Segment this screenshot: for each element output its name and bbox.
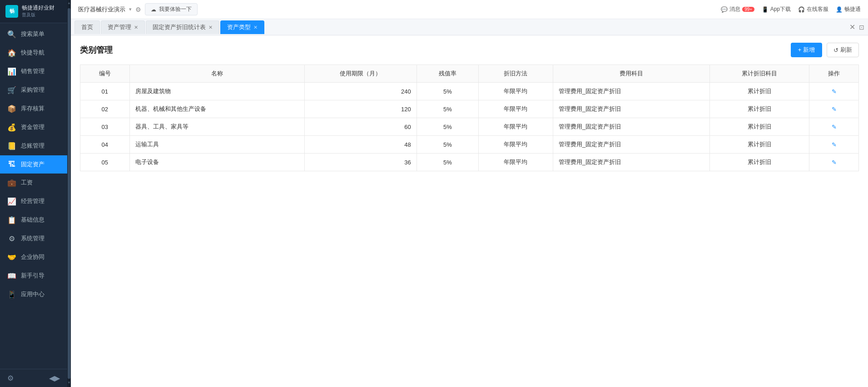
cell-action-4[interactable]: ✎ xyxy=(809,154,859,171)
notifications-icon: 💬 xyxy=(721,6,728,13)
edit-icon-2[interactable]: ✎ xyxy=(832,124,837,130)
company-name: 医疗器械行业演示 xyxy=(78,5,125,14)
edit-icon-4[interactable]: ✎ xyxy=(832,159,837,166)
cell-expense-2: 管理费用_固定资产折旧 xyxy=(553,118,709,136)
cell-period-4: 36 xyxy=(304,154,417,171)
nav-label-capital: 资金管理 xyxy=(21,123,45,131)
tab-label-asset-mgmt: 资产管理 xyxy=(108,23,131,31)
trial-cloud-icon: ☁ xyxy=(151,6,156,13)
nav-label-purchase: 采购管理 xyxy=(21,86,45,94)
nav-label-basic-info: 基础信息 xyxy=(21,216,45,224)
cell-code-2: 03 xyxy=(80,118,130,136)
tab-home[interactable]: 首页 xyxy=(74,20,100,34)
scroll-down-icon[interactable]: ▼ xyxy=(67,381,71,386)
tabbar-expand-button[interactable]: ⊡ xyxy=(859,24,864,31)
notifications-item[interactable]: 💬 消息 99+ xyxy=(721,5,754,13)
asset-type-table: 编号名称使用期限（月）残值率折旧方法费用科目累计折旧科目操作 01房屋及建筑物2… xyxy=(80,64,859,171)
edit-icon-1[interactable]: ✎ xyxy=(832,106,837,113)
sidebar-item-guide[interactable]: 📖 新手引导 xyxy=(0,267,67,285)
app-title: 畅捷通好业财 xyxy=(22,5,55,12)
tab-close-depreciation-table[interactable]: ✕ xyxy=(208,25,213,30)
nav-icon-guide: 📖 xyxy=(7,272,16,280)
trial-button[interactable]: ☁ 我要体验一下 xyxy=(145,3,198,15)
edit-icon-0[interactable]: ✎ xyxy=(832,88,837,95)
nav-icon-basic-info: 📋 xyxy=(7,216,16,224)
edit-icon-3[interactable]: ✎ xyxy=(832,141,837,148)
app-download-item[interactable]: 📱 App下载 xyxy=(762,5,791,13)
sidebar-item-app-center[interactable]: 📱 应用中心 xyxy=(0,285,67,304)
scroll-up-icon[interactable]: ▲ xyxy=(67,1,71,6)
cell-action-3[interactable]: ✎ xyxy=(809,136,859,154)
col-header-0: 编号 xyxy=(80,65,130,83)
cell-name-4: 电子设备 xyxy=(129,154,304,171)
cell-code-1: 02 xyxy=(80,100,130,118)
nav-icon-purchase: 🛒 xyxy=(7,86,16,94)
collapse-icon[interactable]: ◀▶ xyxy=(49,374,60,382)
nav-label-fixed-assets: 固定资产 xyxy=(21,160,45,169)
nav-label-sales: 销售管理 xyxy=(21,67,45,75)
sidebar-item-business[interactable]: 📈 经营管理 xyxy=(0,192,67,211)
sidebar-item-search[interactable]: 🔍 搜索菜单 xyxy=(0,25,67,44)
table-body: 01房屋及建筑物2405%年限平均管理费用_固定资产折旧累计折旧✎02机器、机械… xyxy=(80,83,859,171)
refresh-button[interactable]: ↺ 刷新 xyxy=(827,43,859,57)
cell-salvage-1: 5% xyxy=(417,100,478,118)
topbar-left: 医疗器械行业演示 ▾ ⚙ ☁ 我要体验一下 xyxy=(78,3,721,15)
cell-period-0: 240 xyxy=(304,83,417,100)
topbar-settings-icon[interactable]: ⚙ xyxy=(135,6,141,13)
nav-icon-quick-nav: 🏠 xyxy=(7,49,16,57)
cell-code-0: 01 xyxy=(80,83,130,100)
cell-expense-4: 管理费用_固定资产折旧 xyxy=(553,154,709,171)
table-row: 03器具、工具、家具等605%年限平均管理费用_固定资产折旧累计折旧✎ xyxy=(80,118,859,136)
new-button[interactable]: + 新增 xyxy=(791,43,822,57)
sidebar-item-sales[interactable]: 📊 销售管理 xyxy=(0,62,67,81)
cell-expense-1: 管理费用_固定资产折旧 xyxy=(553,100,709,118)
sidebar-item-fixed-assets[interactable]: 🏗 固定资产 xyxy=(0,155,67,174)
refresh-label: 刷新 xyxy=(840,46,852,54)
tab-depreciation-table[interactable]: 固定资产折旧统计表✕ xyxy=(146,20,219,34)
company-dropdown-icon[interactable]: ▾ xyxy=(129,6,132,12)
sidebar-item-inventory[interactable]: 📦 库存核算 xyxy=(0,99,67,118)
cell-expense-3: 管理费用_固定资产折旧 xyxy=(553,136,709,154)
nav-icon-inventory: 📦 xyxy=(7,104,16,113)
table-row: 01房屋及建筑物2405%年限平均管理费用_固定资产折旧累计折旧✎ xyxy=(80,83,859,100)
sidebar-item-salary[interactable]: 💼 工资 xyxy=(0,174,67,192)
online-service-item[interactable]: 🎧 在线客服 xyxy=(798,5,828,13)
settings-icon[interactable]: ⚙ xyxy=(7,374,14,382)
nav-icon-business: 📈 xyxy=(7,197,16,206)
sidebar-item-basic-info[interactable]: 📋 基础信息 xyxy=(0,211,67,229)
scroll-thumb[interactable] xyxy=(68,8,70,379)
sidebar-item-system[interactable]: ⚙ 系统管理 xyxy=(0,229,67,248)
cell-action-1[interactable]: ✎ xyxy=(809,100,859,118)
tab-asset-type[interactable]: 资产类型✕ xyxy=(220,20,264,34)
tab-close-asset-type[interactable]: ✕ xyxy=(253,25,258,30)
sidebar-item-enterprise[interactable]: 🤝 企业协同 xyxy=(0,248,67,267)
cell-accum-0: 累计折旧 xyxy=(710,83,809,100)
nav-icon-enterprise: 🤝 xyxy=(7,253,16,262)
page-content: 类别管理 + 新增 ↺ 刷新 编号名称使用期限（月）残值率折旧方法费用科目累计折… xyxy=(71,35,868,387)
sidebar-item-capital[interactable]: 💰 资金管理 xyxy=(0,118,67,137)
nav-label-enterprise: 企业协同 xyxy=(21,253,45,261)
nav-icon-fixed-assets: 🏗 xyxy=(7,160,16,169)
topbar: 医疗器械行业演示 ▾ ⚙ ☁ 我要体验一下 💬 消息 99+ 📱 App下载 🎧 xyxy=(71,0,868,19)
sidebar-item-purchase[interactable]: 🛒 采购管理 xyxy=(0,81,67,99)
tab-label-depreciation-table: 固定资产折旧统计表 xyxy=(153,23,206,31)
user-label: 畅捷通 xyxy=(844,5,861,13)
nav-icon-app-center: 📱 xyxy=(7,290,16,299)
cell-name-2: 器具、工具、家具等 xyxy=(129,118,304,136)
tab-close-asset-mgmt[interactable]: ✕ xyxy=(134,25,138,30)
cell-salvage-2: 5% xyxy=(417,118,478,136)
cell-action-2[interactable]: ✎ xyxy=(809,118,859,136)
topbar-right: 💬 消息 99+ 📱 App下载 🎧 在线客服 👤 畅捷通 xyxy=(721,5,861,13)
sidebar-item-ledger[interactable]: 📒 总账管理 xyxy=(0,137,67,155)
sidebar-item-quick-nav[interactable]: 🏠 快捷导航 xyxy=(0,44,67,62)
cell-expense-0: 管理费用_固定资产折旧 xyxy=(553,83,709,100)
sidebar-nav: 🔍 搜索菜单 🏠 快捷导航 📊 销售管理 🛒 采购管理 📦 库存核算 💰 资金管… xyxy=(0,23,67,369)
user-item[interactable]: 👤 畅捷通 xyxy=(836,5,861,13)
notifications-badge: 99+ xyxy=(742,7,754,12)
refresh-icon: ↺ xyxy=(833,47,838,54)
nav-icon-salary: 💼 xyxy=(7,179,16,187)
tabbar-close-button[interactable]: ✕ xyxy=(849,23,855,31)
tabbar-actions: ✕ ⊡ xyxy=(849,23,864,31)
tab-asset-mgmt[interactable]: 资产管理✕ xyxy=(101,20,145,34)
cell-action-0[interactable]: ✎ xyxy=(809,83,859,100)
